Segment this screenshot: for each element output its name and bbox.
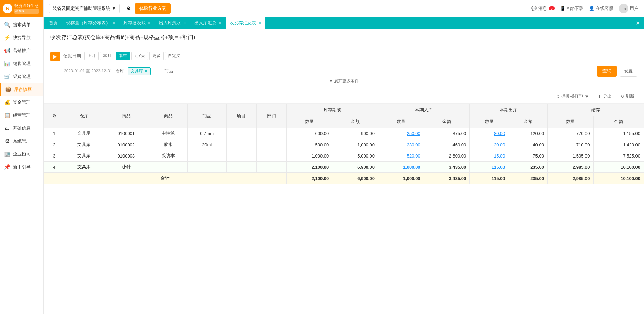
query-button[interactable]: 查询	[597, 66, 617, 77]
refresh-button[interactable]: ↻ 刷新	[618, 92, 637, 101]
message-button[interactable]: 💬 消息 6	[531, 5, 555, 12]
th-project: 项目	[226, 104, 256, 128]
sidebar-item-guide[interactable]: 📌 新手引导	[0, 161, 43, 173]
td-sub-start-amt: 6,900.00	[332, 162, 378, 173]
date-btn-this-month[interactable]: 本月	[100, 52, 114, 60]
experience-button[interactable]: 体验行业方案	[135, 3, 171, 14]
th-bal-qty: 数量	[547, 116, 593, 128]
td-bal-amt: 1,420.00	[593, 139, 644, 150]
td-no: 2	[44, 139, 65, 150]
inventory-icon: 📦	[5, 86, 11, 93]
sidebar-item-search[interactable]: 🔍 搜索菜单	[0, 18, 43, 31]
date-label: 记账日期	[63, 53, 81, 59]
download-icon: 📱	[560, 6, 565, 11]
tab-inout-flow[interactable]: 出入库流水 ✕	[155, 17, 190, 29]
td-start-amt: 900.00	[332, 128, 378, 139]
finance-icon: 💰	[4, 99, 10, 105]
tab-inout-summary[interactable]: 出入库汇总 ✕	[190, 17, 226, 29]
th-out-amt: 金额	[509, 116, 547, 128]
td-out-qty-link[interactable]: 15.00	[470, 150, 509, 162]
chevron-down-icon: ▼	[112, 6, 116, 11]
td-in-qty-link[interactable]: 250.00	[378, 128, 424, 139]
td-spec: 0.7mm	[187, 128, 226, 139]
filter-toggle-button[interactable]: ▶	[50, 52, 60, 61]
purchase-icon: 🛒	[4, 73, 10, 80]
system-select[interactable]: 装备及固定资产辅助管理系统 ▼	[49, 4, 120, 13]
tab-close-batch[interactable]: ✕	[148, 21, 151, 26]
tab-close-stock[interactable]: ✕	[112, 21, 115, 26]
date-options: 上月 本月 本年 近7天 更多 自定义	[84, 52, 183, 60]
td-subtotal-warehouse: 文具库	[65, 162, 103, 173]
td-total-bal-qty: 2,985.00	[547, 173, 593, 184]
sidebar-item-label: 快捷导航	[13, 35, 31, 41]
export-button[interactable]: ⬇ 导出	[595, 92, 614, 101]
goods-more-dots[interactable]: ···	[177, 68, 183, 74]
setting-button[interactable]: 设置	[620, 66, 637, 77]
sidebar-nav: 🔍 搜索菜单 ⚡ 快捷导航 📢 营销推广 📊 销售管理 🛒 采购管理 📦 库存核…	[0, 17, 43, 314]
th-settings[interactable]: ⚙	[44, 104, 65, 128]
operations-icon: 📋	[4, 112, 10, 118]
expand-conditions-button[interactable]: ▼ 展开更多条件	[50, 77, 637, 85]
page-content: 收发存汇总表(按仓库+商品编码+商品+规格型号+项目+部门) ▶ 记账日期 上月…	[44, 29, 644, 314]
page-header: 收发存汇总表(按仓库+商品编码+商品+规格型号+项目+部门)	[44, 29, 644, 48]
online-service-button[interactable]: 👤 在线客服	[589, 5, 613, 12]
page-title: 收发存汇总表(按仓库+商品编码+商品+规格型号+项目+部门)	[50, 34, 637, 41]
table-row: 3 文具库 0100003 采访本 1,000.00 5,000.00 520.…	[44, 150, 644, 162]
warehouse-more-dots[interactable]: ···	[154, 68, 161, 74]
sidebar-item-base[interactable]: 🗂 基础信息	[0, 122, 43, 135]
warehouse-tag-close[interactable]: ✕	[144, 69, 148, 73]
date-btn-last-month[interactable]: 上月	[84, 52, 99, 60]
tab-batch[interactable]: 库存批次账 ✕	[119, 17, 155, 29]
td-out-amt: 120.00	[509, 128, 547, 139]
marketing-icon: 📢	[4, 48, 10, 54]
sidebar-item-label: 库存核算	[14, 86, 32, 93]
sidebar-item-finance[interactable]: 💰 资金管理	[0, 96, 43, 109]
system-name: 装备及固定资产辅助管理系统	[53, 5, 110, 12]
message-badge: 6	[549, 6, 555, 10]
sidebar-item-purchase[interactable]: 🛒 采购管理	[0, 70, 43, 83]
tab-close-inout-summary[interactable]: ✕	[218, 21, 221, 26]
tab-receive-summary[interactable]: 收发存汇总表 ✕	[226, 17, 265, 29]
td-bal-amt: 1,155.00	[593, 128, 644, 139]
date-btn-7days[interactable]: 近7天	[131, 52, 148, 60]
tab-stock[interactable]: 现存量（库存分布表） ✕	[62, 17, 119, 29]
td-project	[226, 139, 256, 150]
sidebar-item-label: 经营管理	[13, 112, 31, 118]
td-total-out-qty: 115.00	[470, 173, 509, 184]
sidebar-item-collab[interactable]: 🏢 企业协同	[0, 148, 43, 161]
td-no: 1	[44, 128, 65, 139]
th-in-qty: 数量	[378, 116, 424, 128]
tab-close-inout-flow[interactable]: ✕	[183, 21, 186, 26]
td-sub-out-qty[interactable]: 115.00	[470, 162, 509, 173]
date-btn-custom[interactable]: 自定义	[165, 52, 183, 60]
close-all-tabs[interactable]: ✕	[633, 20, 643, 27]
app-download-button[interactable]: 📱 App下载	[560, 5, 583, 12]
date-btn-more[interactable]: 更多	[149, 52, 164, 60]
td-in-qty-link[interactable]: 520.00	[378, 150, 424, 162]
td-name: 采访本	[149, 150, 187, 162]
td-out-qty-link[interactable]: 20.00	[470, 139, 509, 150]
sidebar-item-label: 系统管理	[13, 138, 31, 144]
sidebar-item-inventory[interactable]: 📦 库存核算	[0, 83, 43, 96]
sidebar-item-operations[interactable]: 📋 经营管理	[0, 109, 43, 122]
sidebar-item-quicknav[interactable]: ⚡ 快捷导航	[0, 31, 43, 44]
td-in-qty-link[interactable]: 230.00	[378, 139, 424, 150]
export-icon: ⬇	[598, 94, 601, 99]
td-bal-qty: 1,505.00	[547, 150, 593, 162]
message-icon: 💬	[531, 6, 537, 11]
td-sub-in-qty[interactable]: 1,000.00	[378, 162, 424, 173]
td-dept	[257, 128, 286, 139]
td-out-qty-link[interactable]: 80.00	[470, 128, 509, 139]
print-button[interactable]: 🖨 拆模板打印 ▼	[552, 92, 592, 101]
sidebar-item-marketing[interactable]: 📢 营销推广	[0, 44, 43, 57]
sidebar-item-sales[interactable]: 📊 销售管理	[0, 57, 43, 70]
gear-icon[interactable]: ⚙	[127, 6, 131, 11]
user-menu[interactable]: Ea 用户	[619, 4, 639, 13]
tab-home[interactable]: 首页	[45, 17, 62, 29]
td-start-qty: 1,000.00	[286, 150, 332, 162]
date-btn-this-year[interactable]: 本年	[116, 52, 130, 60]
td-project	[226, 150, 256, 162]
tab-close-receive-summary[interactable]: ✕	[258, 21, 261, 26]
sidebar-item-system[interactable]: ⚙ 系统管理	[0, 135, 43, 148]
th-warehouse: 仓库	[65, 104, 103, 128]
